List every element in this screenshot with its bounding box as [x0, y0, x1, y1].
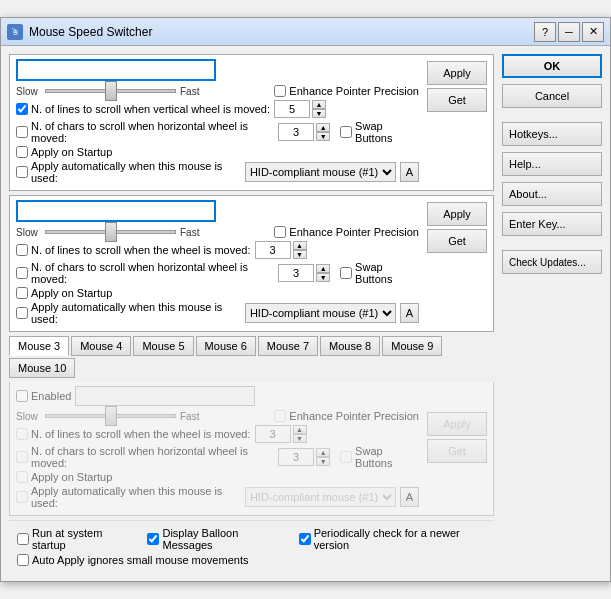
mouse3-apply-button[interactable]: Apply — [427, 412, 487, 436]
mouse3-auto-apply-checkbox[interactable] — [16, 491, 28, 503]
mouse2-chars-input[interactable] — [278, 264, 314, 282]
mouse1-chars-cb-label[interactable]: N. of chars to scroll when horizontal wh… — [16, 120, 274, 144]
mouse1-auto-apply-checkbox[interactable] — [16, 166, 28, 178]
mouse2-lines-cb-label[interactable]: N. of lines to scroll when the wheel is … — [16, 244, 251, 256]
mouse2-swap-checkbox[interactable] — [340, 267, 352, 279]
hotkeys-button[interactable]: Hotkeys... — [502, 122, 602, 146]
mouse3-chars-checkbox[interactable] — [16, 451, 28, 463]
tab-mouse4[interactable]: Mouse 4 — [71, 336, 131, 356]
mouse1-slider[interactable] — [45, 89, 176, 93]
mouse1-device-select[interactable]: HID-compliant mouse (#1) — [245, 162, 396, 182]
run-startup-label[interactable]: Run at system startup — [17, 527, 131, 551]
mouse1-lines-checkbox[interactable] — [16, 103, 28, 115]
mouse2-slider[interactable] — [45, 230, 176, 234]
mouse1-get-button[interactable]: Get — [427, 88, 487, 112]
mouse1-startup-checkbox[interactable] — [16, 146, 28, 158]
mouse3-chars-cb-label[interactable]: N. of chars to scroll when horizontal wh… — [16, 445, 274, 469]
mouse2-chars-cb-label[interactable]: N. of chars to scroll when horizontal wh… — [16, 261, 274, 285]
mouse3-lines-input[interactable] — [255, 425, 291, 443]
mouse3-chars-input[interactable] — [278, 448, 314, 466]
mouse1-lines-down[interactable]: ▼ — [312, 109, 326, 118]
mouse2-device-select[interactable]: HID-compliant mouse (#1) — [245, 303, 396, 323]
mouse1-chars-input[interactable] — [278, 123, 314, 141]
ok-button[interactable]: OK — [502, 54, 602, 78]
mouse3-swap-checkbox[interactable] — [340, 451, 352, 463]
mouse2-startup-checkbox[interactable] — [16, 287, 28, 299]
mouse2-apply-button[interactable]: Apply — [427, 202, 487, 226]
mouse1-chars-checkbox[interactable] — [16, 126, 28, 138]
help-button[interactable]: ? — [534, 22, 556, 42]
tab-mouse10[interactable]: Mouse 10 — [9, 358, 75, 378]
display-balloon-label[interactable]: Display Balloon Messages — [147, 527, 282, 551]
tab-mouse3[interactable]: Mouse 3 — [9, 336, 69, 356]
mouse3-lines-up[interactable]: ▲ — [293, 425, 307, 434]
mouse3-startup-checkbox[interactable] — [16, 471, 28, 483]
mouse2-auto-apply-checkbox[interactable] — [16, 307, 28, 319]
mouse1-lines-up[interactable]: ▲ — [312, 100, 326, 109]
close-button[interactable]: ✕ — [582, 22, 604, 42]
mouse3-chars-up[interactable]: ▲ — [316, 448, 330, 457]
mouse3-enabled-checkbox[interactable] — [16, 390, 28, 402]
mouse1-lines-cb-label[interactable]: N. of lines to scroll when vertical whee… — [16, 103, 270, 115]
mouse1-epp-checkbox[interactable] — [274, 85, 286, 97]
mouse2-lines-checkbox[interactable] — [16, 244, 28, 256]
run-startup-checkbox[interactable] — [17, 533, 29, 545]
mouse3-a-button[interactable]: A — [400, 487, 419, 507]
tab-mouse7[interactable]: Mouse 7 — [258, 336, 318, 356]
mouse1-chars-up[interactable]: ▲ — [316, 123, 330, 132]
check-updates-button[interactable]: Check Updates... — [502, 250, 602, 274]
mouse2-name-input[interactable]: Mouse 2/External Mouse — [16, 200, 216, 222]
mouse1-name-input[interactable]: Mouse 1/Touchpad — [16, 59, 216, 81]
mouse1-lines-input[interactable] — [274, 100, 310, 118]
mouse3-get-button[interactable]: Get — [427, 439, 487, 463]
cancel-button[interactable]: Cancel — [502, 84, 602, 108]
mouse2-swap-label[interactable]: Swap Buttons — [340, 261, 419, 285]
mouse3-chars-down[interactable]: ▼ — [316, 457, 330, 466]
mouse1-swap-label[interactable]: Swap Buttons — [340, 120, 419, 144]
auto-apply-ignore-label[interactable]: Auto Apply ignores small mouse movements — [17, 554, 248, 566]
mouse2-lines-input[interactable] — [255, 241, 291, 259]
mouse2-lines-up[interactable]: ▲ — [293, 241, 307, 250]
check-newer-label[interactable]: Periodically check for a newer version — [299, 527, 486, 551]
mouse2-lines-down[interactable]: ▼ — [293, 250, 307, 259]
mouse3-slider[interactable] — [45, 414, 176, 418]
mouse2-chars-checkbox[interactable] — [16, 267, 28, 279]
mouse3-enabled-label[interactable]: Enabled — [16, 390, 71, 402]
mouse2-get-button[interactable]: Get — [427, 229, 487, 253]
check-newer-checkbox[interactable] — [299, 533, 311, 545]
display-balloon-checkbox[interactable] — [147, 533, 159, 545]
mouse3-lines-down[interactable]: ▼ — [293, 434, 307, 443]
mouse3-name-input[interactable]: Mouse 3 — [75, 386, 255, 406]
mouse1-chars-down[interactable]: ▼ — [316, 132, 330, 141]
mouse2-a-button[interactable]: A — [400, 303, 419, 323]
mouse3-startup-label[interactable]: Apply on Startup — [16, 471, 112, 483]
mouse2-epp-label[interactable]: Enhance Pointer Precision — [274, 226, 419, 238]
mouse2-chars-up[interactable]: ▲ — [316, 264, 330, 273]
mouse2-startup-label[interactable]: Apply on Startup — [16, 287, 112, 299]
tab-mouse9[interactable]: Mouse 9 — [382, 336, 442, 356]
mouse3-swap-label[interactable]: Swap Buttons — [340, 445, 419, 469]
enter-key-button[interactable]: Enter Key... — [502, 212, 602, 236]
mouse3-lines-cb-label[interactable]: N. of lines to scroll when the wheel is … — [16, 428, 251, 440]
auto-apply-ignore-checkbox[interactable] — [17, 554, 29, 566]
about-button[interactable]: About... — [502, 182, 602, 206]
mouse1-startup-label[interactable]: Apply on Startup — [16, 146, 112, 158]
tab-mouse8[interactable]: Mouse 8 — [320, 336, 380, 356]
mouse3-epp-label[interactable]: Enhance Pointer Precision — [274, 410, 419, 422]
help-button-side[interactable]: Help... — [502, 152, 602, 176]
mouse3-auto-apply-label[interactable]: Apply automatically when this mouse is u… — [16, 485, 241, 509]
tab-mouse5[interactable]: Mouse 5 — [133, 336, 193, 356]
mouse3-epp-checkbox[interactable] — [274, 410, 286, 422]
mouse2-chars-down[interactable]: ▼ — [316, 273, 330, 282]
mouse1-apply-button[interactable]: Apply — [427, 61, 487, 85]
minimize-button[interactable]: ─ — [558, 22, 580, 42]
mouse3-lines-checkbox[interactable] — [16, 428, 28, 440]
mouse1-epp-label[interactable]: Enhance Pointer Precision — [274, 85, 419, 97]
mouse2-auto-apply-label[interactable]: Apply automatically when this mouse is u… — [16, 301, 241, 325]
mouse3-device-select[interactable]: HID-compliant mouse (#1) — [245, 487, 396, 507]
tab-mouse6[interactable]: Mouse 6 — [196, 336, 256, 356]
mouse1-a-button[interactable]: A — [400, 162, 419, 182]
mouse1-swap-checkbox[interactable] — [340, 126, 352, 138]
mouse2-epp-checkbox[interactable] — [274, 226, 286, 238]
mouse1-auto-apply-label[interactable]: Apply automatically when this mouse is u… — [16, 160, 241, 184]
